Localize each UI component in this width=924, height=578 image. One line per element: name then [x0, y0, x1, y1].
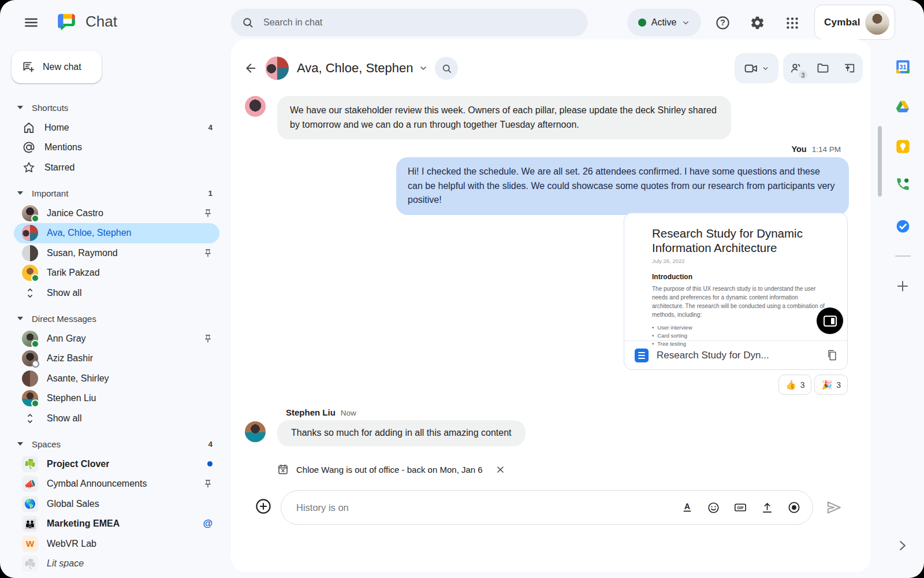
search-icon [241, 16, 254, 29]
chat-item-ann-gray[interactable]: Ann Gray [14, 329, 219, 349]
section-shortcuts[interactable]: Shortcuts [0, 98, 231, 118]
gif-icon: GIF [733, 501, 747, 514]
doc-preview-card[interactable]: Research Study for Dynamic Information A… [624, 213, 848, 370]
chat-item-ava-chloe-stephen[interactable]: Ava, Chloe, Stephen [14, 223, 219, 243]
sidebar-item-home[interactable]: Home 4 [14, 118, 219, 138]
unread-count: 4 [208, 123, 213, 132]
show-all-important[interactable]: Show all [14, 283, 219, 303]
space-item-lit-space[interactable]: ☘️ Lit space [14, 554, 219, 574]
section-direct-messages[interactable]: Direct Messages [0, 309, 231, 329]
space-item-project-clover[interactable]: ☘️ Project Clover [14, 454, 219, 475]
reaction-party[interactable]: 🎉 3 [814, 375, 848, 395]
folder-icon [816, 61, 830, 75]
chat-item-susan-raymond[interactable]: Susan, Raymond [14, 243, 219, 264]
emoji-button[interactable] [707, 501, 720, 514]
svg-text:31: 31 [900, 64, 907, 71]
back-button[interactable] [239, 57, 262, 80]
text-format-button[interactable]: A [681, 501, 694, 514]
space-item-marketing-emea[interactable]: 👪 Marketing EMEA @ [14, 514, 219, 534]
upload-button[interactable] [761, 501, 774, 514]
google-tasks-icon [895, 218, 911, 234]
pinned-messages-button[interactable] [836, 53, 863, 83]
chat-item-stephen-liu[interactable]: Stephen Liu [14, 388, 219, 409]
search-input[interactable] [262, 17, 583, 28]
expand-side-panel-button[interactable] [895, 538, 910, 553]
voice-app-button[interactable] [895, 176, 911, 192]
tasks-app-button[interactable] [895, 218, 911, 234]
gear-icon [750, 15, 765, 31]
mention-badge: @ [203, 518, 213, 529]
presence-away-dot [32, 360, 39, 368]
chat-item-janice-castro[interactable]: Janice Castro [14, 203, 219, 224]
keep-app-button[interactable] [895, 139, 911, 154]
chat-scrollbar[interactable] [878, 126, 882, 197]
home-icon [22, 121, 36, 135]
chat-item-tarik-pakzad[interactable]: Tarik Pakzad [14, 263, 219, 283]
pin-tab-icon [843, 62, 856, 75]
conversation-avatar [266, 57, 289, 80]
message-bubble: Thanks so much for adding in all this am… [277, 420, 526, 446]
add-attachment-button[interactable] [254, 497, 273, 516]
active-status-dot [638, 18, 646, 27]
sender-avatar [245, 96, 266, 117]
video-call-control[interactable] [735, 53, 778, 83]
chat-item-asante-shirley[interactable]: Asante, Shirley [14, 369, 219, 389]
sidebar-item-mentions[interactable]: Mentions [14, 138, 219, 158]
doc-file-footer[interactable]: Research Study for Dyn... [624, 340, 847, 369]
avatar [22, 390, 38, 406]
copy-icon[interactable] [826, 349, 838, 361]
add-app-button[interactable] [895, 279, 911, 294]
back-arrow-icon [244, 61, 258, 75]
space-emoji-globe-icon: 🌎 [22, 496, 38, 512]
shared-files-button[interactable] [810, 53, 836, 83]
help-button[interactable]: ? [715, 15, 731, 31]
google-keep-icon [895, 139, 911, 154]
chevron-down-icon [681, 18, 690, 27]
section-important[interactable]: Important 1 [0, 183, 231, 203]
sidebar: New chat Shortcuts Home 4 Mentions Starr… [0, 45, 231, 578]
chat-item-aziz-bashir[interactable]: Aziz Bashir [14, 349, 219, 369]
sidebar-item-starred[interactable]: Starred [14, 158, 219, 178]
space-item-webvr-lab[interactable]: W WebVR Lab [14, 534, 219, 554]
reaction-thumbs-up[interactable]: 👍 3 [778, 375, 812, 395]
gif-button[interactable]: GIF [733, 501, 747, 514]
space-emoji-megaphone-icon: 📣 [22, 476, 38, 492]
open-in-side-panel-button[interactable] [817, 307, 843, 334]
google-drive-icon [895, 99, 911, 115]
members-button[interactable]: 3 [783, 53, 810, 83]
message-composer[interactable]: A GIF [281, 490, 813, 525]
drive-app-button[interactable] [895, 99, 911, 115]
emoji-icon [707, 501, 720, 514]
global-search[interactable] [231, 9, 588, 36]
new-chat-button[interactable]: New chat [12, 51, 102, 83]
chat-logo-icon [55, 11, 77, 34]
party-popper-emoji: 🎉 [821, 380, 832, 390]
new-chat-icon [22, 61, 35, 74]
message-input[interactable] [295, 502, 681, 514]
search-in-conversation-button[interactable] [435, 57, 458, 80]
workspace-brand-label: Cymbal [824, 17, 860, 28]
space-item-global-sales[interactable]: 🌎 Global Sales [14, 494, 219, 514]
main-menu-button[interactable] [22, 14, 40, 31]
account-switcher[interactable]: Cymbal [814, 5, 895, 40]
group-avatar [22, 370, 38, 387]
huddle-record-button[interactable] [787, 501, 801, 514]
message-bubble: We have our stakeholder review this week… [277, 96, 731, 139]
dismiss-banner-button[interactable] [495, 465, 505, 475]
calendar-app-button[interactable]: 31 [895, 59, 911, 75]
show-all-direct-messages[interactable]: Show all [14, 409, 219, 429]
section-spaces[interactable]: Spaces 4 [0, 434, 231, 454]
google-apps-button[interactable] [784, 15, 800, 31]
svg-text:A: A [684, 502, 690, 511]
space-item-cymbal-announcements[interactable]: 📣 Cymbal Announcements [14, 474, 219, 494]
sender-name: Stephen Liu [286, 407, 336, 417]
send-button[interactable] [825, 498, 843, 517]
chevron-down-icon[interactable] [419, 64, 428, 73]
space-letter-avatar: W [22, 536, 38, 552]
doc-file-name: Research Study for Dyn... [657, 350, 769, 361]
settings-button[interactable] [750, 15, 765, 31]
svg-text:?: ? [720, 18, 725, 27]
hamburger-icon [24, 15, 39, 30]
google-calendar-icon: 31 [895, 59, 911, 75]
status-selector[interactable]: Active [627, 9, 701, 36]
